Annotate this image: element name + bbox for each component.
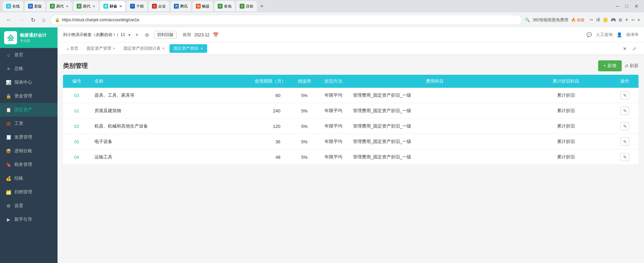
home-btn[interactable]: ⌂ — [40, 15, 48, 24]
edit-btn[interactable]: ✎ — [620, 122, 629, 130]
url-text: https://cloud.chanjet.com/accounting/uw1… — [62, 17, 139, 22]
cell-residual: 5% — [291, 119, 318, 134]
breadcrumb-fixed-asset-mgr[interactable]: 固定资产管理 ✕ — [83, 44, 119, 53]
edit-btn[interactable]: ✎ — [620, 91, 629, 99]
breadcrumb-category[interactable]: 固定资产类别 ✕ — [169, 44, 207, 53]
refresh-btn[interactable]: ↻ — [29, 15, 37, 25]
col-header-name: 名称 — [90, 75, 250, 88]
archive-icon: 🗂️ — [5, 190, 12, 195]
tab-expand-btn[interactable]: ⤢ — [630, 45, 639, 52]
cell-period: 120 — [250, 119, 291, 134]
cell-method: 年限平均 — [318, 88, 349, 103]
forward-btn[interactable]: → — [16, 15, 26, 24]
coin-icon: 🪙 — [603, 17, 608, 22]
address-bar[interactable]: 🔒 https://cloud.chanjet.com/accounting/u… — [50, 15, 522, 25]
browser-tab-3[interactable]: 易 易代 ✕ — [47, 1, 72, 11]
sidebar-item-ledger[interactable]: ≡ 总账 — [0, 62, 58, 75]
cell-period: 60 — [250, 88, 291, 103]
cell-method: 年限平均 — [318, 150, 349, 165]
cell-code[interactable]: 05 — [63, 134, 90, 150]
cell-residual: 5% — [291, 150, 318, 165]
cell-code[interactable]: 02 — [63, 119, 90, 134]
edit-btn[interactable]: ✎ — [620, 153, 629, 161]
calendar-icon[interactable]: 📅 — [213, 32, 218, 37]
new-tab-btn[interactable]: + — [258, 2, 265, 10]
settings-gear-btn[interactable]: ⚙ — [143, 32, 151, 38]
add-btn[interactable]: + 新增 — [598, 60, 622, 71]
browser-tab-2[interactable]: 新 新版 — [25, 1, 45, 11]
browser-tab-4[interactable]: 易 易代 ✕ — [73, 1, 99, 11]
tab3-close[interactable]: ✕ — [66, 4, 68, 8]
edit-btn[interactable]: ✎ — [620, 107, 629, 115]
refresh-page-btn[interactable]: ↺ 刷新 — [624, 63, 639, 69]
sidebar-item-tax[interactable]: 🔖 税务管理 — [0, 158, 58, 171]
page-controls: 类别管理 + 新增 ↺ 刷新 — [58, 55, 644, 75]
sidebar-item-home[interactable]: ⌂ 首页 — [0, 48, 58, 62]
support-text[interactable]: 人工咨询 — [596, 32, 613, 38]
browser-tab-1[interactable]: 在 在线 — [3, 1, 23, 11]
dropdown-btn[interactable]: ▾ — [128, 33, 130, 37]
cell-code[interactable]: 04 — [63, 150, 90, 165]
cell-code[interactable]: 01 — [63, 103, 90, 119]
tab10-label: 各地 — [224, 4, 231, 9]
reports-icon: 📊 — [5, 80, 12, 85]
sidebar-item-settings[interactable]: ⚙ 设置 — [0, 199, 58, 213]
browser-tab-9[interactable]: 畅 畅提 — [192, 1, 213, 11]
grid-icon: ⊞ — [619, 17, 622, 22]
ssl-lock-icon: 🔒 — [55, 17, 60, 22]
tab5-close[interactable]: ✕ — [119, 4, 122, 8]
undo-icon: ↩ — [631, 17, 635, 22]
browser-tab-8[interactable]: 腾 腾讯 — [171, 1, 191, 11]
sidebar-item-invoice[interactable]: 🧾 发票管理 — [0, 130, 58, 144]
sidebar-item-inventory[interactable]: 📦 进销台账 — [0, 144, 58, 158]
menu-icon[interactable]: ≡ — [637, 17, 640, 22]
tab7-label: 企业 — [158, 4, 166, 9]
sidebar-item-reports[interactable]: 📊 报表中心 — [0, 75, 58, 89]
back-btn[interactable]: ← — [4, 15, 14, 24]
user-name: 徐泽华 — [626, 32, 639, 38]
browser-tab-5[interactable]: 好 好会 ✕ — [100, 1, 125, 11]
cell-action: ✎ — [611, 150, 639, 165]
edit-btn[interactable]: ✎ — [620, 138, 629, 146]
bread3-close[interactable]: ✕ — [162, 47, 165, 50]
tab-close-btn[interactable]: ✕ — [621, 45, 629, 52]
cell-code[interactable]: 03 — [63, 88, 90, 103]
tax-icon: 🔖 — [5, 162, 12, 167]
sidebar-item-funds[interactable]: 🔒 资金管理 — [0, 89, 58, 103]
browser-tab-7[interactable]: 企 企业 — [149, 1, 169, 11]
browser-tab-11[interactable]: 目 目前 — [236, 1, 257, 11]
window-minimize[interactable]: ─ — [613, 3, 622, 10]
sidebar-item-closing[interactable]: 💰 结账 — [0, 171, 58, 185]
col-header-action: 操作 — [611, 75, 639, 88]
tab4-close[interactable]: ✕ — [92, 4, 95, 8]
bread2-close[interactable]: ✕ — [113, 47, 115, 50]
cell-expense: 管理费用_固定资产折旧_一级 — [349, 150, 521, 165]
sidebar-logo: 会 畅捷通好会计 专业版 — [0, 27, 58, 48]
tab3-label: 易代 — [56, 4, 64, 9]
cell-action: ✎ — [611, 88, 639, 103]
browser-tab-10[interactable]: 各 各地 — [214, 1, 235, 11]
browser-tab-6[interactable]: 个 个税 — [127, 1, 147, 11]
table-row: 02 机器、机械和其他生产设备 120 5% 年限平均 管理费用_固定资产折旧_… — [63, 119, 639, 134]
content-area: 类别管理 + 新增 ↺ 刷新 编号 名称 使用期限（月） — [58, 55, 644, 263]
breadcrumb-home[interactable]: ⌂ 首页 — [63, 44, 82, 53]
sidebar-item-fixed-assets[interactable]: 📋 固定资产 — [0, 103, 58, 117]
sidebar-item-archive[interactable]: 🗂️ 归档管理 — [0, 185, 58, 199]
cell-name: 运输工具 — [90, 150, 250, 165]
sidebar-item-guide[interactable]: ▶ 新手引导 — [0, 213, 58, 226]
window-maximize[interactable]: □ — [623, 3, 631, 10]
breadcrumb-depreciation[interactable]: 固定资产折旧统计表 ✕ — [120, 44, 168, 53]
closing-icon: 💰 — [5, 176, 12, 181]
add-account-btn[interactable]: + — [134, 31, 140, 39]
cell-accumulated: 累计折旧 — [521, 103, 611, 119]
game-icon: 🎮 — [611, 17, 616, 22]
cell-action: ✎ — [611, 134, 639, 150]
tab8-label: 腾讯 — [180, 4, 188, 9]
sidebar-item-payroll[interactable]: 💼 工资 — [0, 117, 58, 130]
switch-version-btn[interactable]: 切到旧版 — [154, 31, 177, 39]
funds-icon: 🔒 — [5, 94, 12, 99]
brightness-icon: ☀ — [625, 17, 629, 22]
bread4-close[interactable]: ✕ — [200, 47, 203, 50]
window-close[interactable]: ✕ — [632, 3, 641, 10]
cell-expense: 管理费用_固定资产折旧_一级 — [349, 134, 521, 150]
